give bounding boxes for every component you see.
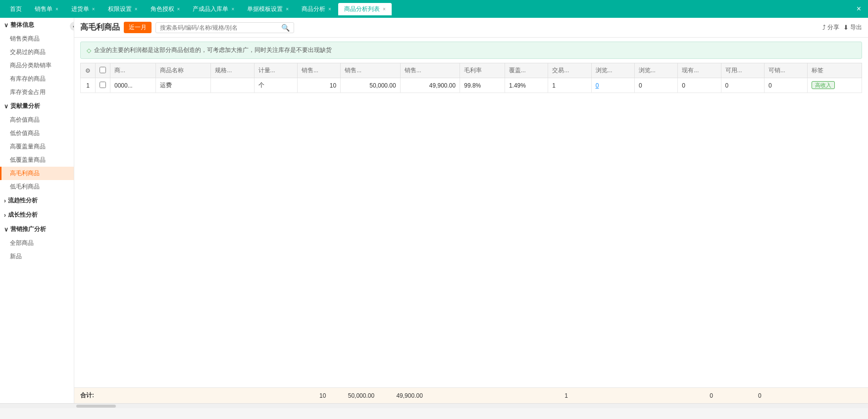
- share-icon: ⤴: [822, 24, 826, 31]
- th-tag: 标签: [808, 63, 862, 78]
- th-gross-rate: 毛利率: [460, 63, 505, 78]
- tab-close-icon[interactable]: ×: [135, 6, 138, 12]
- export-icon: ⬇: [843, 24, 849, 31]
- sidebar: « ∨ 整体信息 销售类商品 交易过的商品 商品分类助销率 有库存的商品 库存资…: [0, 18, 74, 403]
- top-nav: 首页 销售单 × 进货单 × 权限设置 × 角色授权 × 产成品入库单 × 单据…: [0, 0, 868, 18]
- th-current: 现有...: [678, 63, 721, 78]
- page-title: 高毛利商品: [80, 22, 120, 33]
- row-code: 0000...: [110, 78, 156, 93]
- select-all-checkbox[interactable]: [100, 67, 106, 73]
- scrollbar-thumb[interactable]: [76, 405, 116, 408]
- tab-sales-order[interactable]: 销售单 ×: [29, 3, 64, 15]
- row-tag: 高收入: [808, 78, 862, 93]
- total-label: 合计:: [80, 391, 94, 400]
- sidebar-item-high-coverage[interactable]: 高覆盖量商品: [0, 140, 74, 153]
- row-spec: [211, 78, 254, 93]
- tab-purchase-order[interactable]: 进货单 ×: [65, 3, 101, 15]
- th-sales-amount: 销售...: [341, 63, 401, 78]
- tab-template-settings[interactable]: 单据模板设置 ×: [241, 3, 295, 15]
- tab-close-icon[interactable]: ×: [55, 6, 58, 12]
- total-browse2: [620, 392, 669, 399]
- content-header: 高毛利商品 近一月 🔍 ⤴ 分享 ⬇ 导出: [74, 18, 868, 38]
- table-body: 1 0000... 运费 个 10 50,000.00 49,900.00 99…: [81, 78, 862, 93]
- content-area: 高毛利商品 近一月 🔍 ⤴ 分享 ⬇ 导出 ◇ 企业的主要的利润都是这部分商品创…: [74, 18, 868, 403]
- total-coverage: [475, 392, 524, 399]
- th-available: 可用...: [721, 63, 764, 78]
- row-unit: 个: [254, 78, 297, 93]
- main-layout: « ∨ 整体信息 销售类商品 交易过的商品 商品分类助销率 有库存的商品 库存资…: [0, 18, 868, 403]
- horizontal-scrollbar[interactable]: [0, 403, 868, 408]
- row-current: 0: [678, 78, 721, 93]
- info-banner: ◇ 企业的主要的利润都是这部分商品创造的，可考虑加大推广，同时关注库存是不要出现…: [80, 42, 862, 59]
- row-browse1[interactable]: 0: [591, 78, 634, 93]
- th-sales-qty: 销售...: [297, 63, 340, 78]
- tab-product-analysis[interactable]: 商品分析 ×: [296, 3, 337, 15]
- row-sales-gross: 49,900.00: [400, 78, 460, 93]
- th-name: 商品名称: [155, 63, 210, 78]
- row-sellable: 0: [764, 78, 807, 93]
- search-input[interactable]: [160, 24, 279, 31]
- tab-close-icon[interactable]: ×: [286, 6, 289, 12]
- tab-close-icon[interactable]: ×: [177, 6, 180, 12]
- bottom-total-bar: 合计: 10 50,000.00 49,900.00 1 0 0: [74, 387, 868, 403]
- th-trade: 交易...: [548, 63, 591, 78]
- sidebar-section-growth[interactable]: › 成长性分析: [0, 208, 74, 222]
- sidebar-item-high-margin[interactable]: 高毛利商品: [0, 167, 74, 180]
- sidebar-item-stock-capital[interactable]: 库存资金占用: [0, 86, 74, 99]
- th-checkbox[interactable]: [96, 63, 110, 78]
- tab-finished-goods[interactable]: 产成品入库单 ×: [187, 3, 240, 15]
- sidebar-section-contribution[interactable]: ∨ 贡献量分析: [0, 99, 74, 113]
- tab-role-auth[interactable]: 角色授权 ×: [145, 3, 186, 15]
- row-select-checkbox[interactable]: [100, 82, 106, 88]
- sidebar-item-new-products[interactable]: 新品: [0, 250, 74, 263]
- share-button[interactable]: ⤴ 分享: [822, 23, 839, 32]
- sidebar-item-sales-products[interactable]: 销售类商品: [0, 32, 74, 46]
- row-trade: 1: [548, 78, 591, 93]
- sidebar-item-low-margin[interactable]: 低毛利商品: [0, 180, 74, 193]
- sidebar-item-low-coverage[interactable]: 低覆盖量商品: [0, 153, 74, 167]
- total-trade: 1: [523, 392, 572, 399]
- row-browse2: 0: [634, 78, 677, 93]
- th-sales-gross: 销售...: [400, 63, 460, 78]
- total-sales-gross: 49,900.00: [378, 392, 427, 399]
- sidebar-item-stocked-products[interactable]: 有库存的商品: [0, 72, 74, 86]
- sidebar-item-traded-products[interactable]: 交易过的商品: [0, 46, 74, 59]
- th-spec: 规格...: [211, 63, 254, 78]
- th-settings[interactable]: ⚙: [81, 63, 96, 78]
- th-unit: 计量...: [254, 63, 297, 78]
- info-icon: ◇: [87, 47, 91, 54]
- tab-product-analysis-list[interactable]: 商品分析列表 ×: [338, 3, 392, 15]
- tab-close-icon[interactable]: ×: [231, 6, 234, 12]
- sidebar-section-overall-info[interactable]: ∨ 整体信息: [0, 18, 74, 32]
- row-gross-rate: 99.8%: [460, 78, 505, 93]
- sidebar-item-low-value[interactable]: 低价值商品: [0, 127, 74, 140]
- th-browse2: 浏览...: [634, 63, 677, 78]
- tab-home[interactable]: 首页: [4, 3, 28, 15]
- tab-permission-settings[interactable]: 权限设置 ×: [102, 3, 144, 15]
- tab-close-icon[interactable]: ×: [92, 6, 95, 12]
- sidebar-item-all-products[interactable]: 全部商品: [0, 236, 74, 250]
- sidebar-item-category-rate[interactable]: 商品分类助销率: [0, 59, 74, 72]
- sidebar-item-high-value[interactable]: 高价值商品: [0, 113, 74, 127]
- data-table: ⚙ 商... 商品名称 规格... 计量... 销售... 销售... 销售..…: [80, 63, 862, 93]
- search-box[interactable]: 🔍: [155, 22, 294, 33]
- export-button[interactable]: ⬇ 导出: [843, 23, 862, 32]
- close-all-tabs-button[interactable]: ×: [854, 4, 864, 13]
- sidebar-section-trend[interactable]: › 流趋性分析: [0, 193, 74, 208]
- row-available: 0: [721, 78, 764, 93]
- total-sellable: [766, 392, 814, 399]
- tab-close-icon[interactable]: ×: [383, 6, 386, 12]
- period-button[interactable]: 近一月: [124, 22, 152, 33]
- total-values: 10 50,000.00 49,900.00 1 0 0: [104, 392, 862, 399]
- th-browse1: 浏览...: [591, 63, 634, 78]
- tab-close-icon[interactable]: ×: [328, 6, 331, 12]
- header-actions: ⤴ 分享 ⬇ 导出: [822, 23, 862, 32]
- sidebar-section-marketing[interactable]: ∨ 营销推广分析: [0, 222, 74, 236]
- total-sales-qty: 10: [282, 392, 330, 399]
- table-row: 1 0000... 运费 个 10 50,000.00 49,900.00 99…: [81, 78, 862, 93]
- th-sellable: 可销...: [764, 63, 807, 78]
- row-checkbox[interactable]: [96, 78, 110, 93]
- row-sales-amount: 50,000.00: [341, 78, 401, 93]
- row-name: 运费: [155, 78, 210, 93]
- search-icon[interactable]: 🔍: [281, 24, 290, 32]
